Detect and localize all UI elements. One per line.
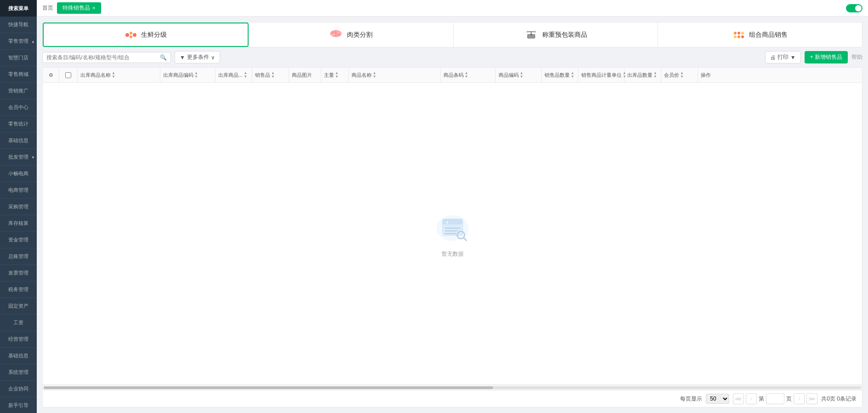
data-table: ⚙ 出库商品名称 ▲▼ 出库商品编码 ▲▼ 出库商品... ▲▼ <box>42 67 862 407</box>
weigh-pack-label: 称重预包装商品 <box>542 31 587 39</box>
print-label: 打印 <box>777 53 789 61</box>
sidebar-item-sys-mgmt[interactable]: 系统管理 <box>0 364 37 381</box>
sidebar-item-invoice[interactable]: 发票管理 <box>0 265 37 281</box>
sort-arrows[interactable]: ▲▼ <box>653 71 657 79</box>
sidebar-item-wages[interactable]: 工资 <box>0 315 37 331</box>
sidebar-item-basic-info[interactable]: 基础信息 <box>0 132 37 149</box>
sidebar-logo[interactable]: 搜索菜单 <box>0 0 37 17</box>
search-icon[interactable]: 🔍 <box>160 54 167 61</box>
sidebar-item-retail-mall[interactable]: 零售商城 <box>0 66 37 83</box>
svg-point-6 <box>337 33 340 36</box>
sidebar-item-retail-stats[interactable]: 零售统计 <box>0 116 37 132</box>
svg-point-17 <box>734 35 737 38</box>
sort-arrows[interactable]: ▲▼ <box>680 71 684 79</box>
sort-arrows[interactable]: ▲▼ <box>244 71 247 79</box>
sidebar-item-members[interactable]: 会员中心 <box>0 99 37 116</box>
search-input[interactable] <box>46 54 160 61</box>
svg-point-5 <box>331 31 335 34</box>
settings-icon[interactable]: ⚙ <box>49 72 53 78</box>
topbar-right <box>846 4 862 12</box>
svg-point-15 <box>738 32 740 34</box>
fresh-grade-label: 生鲜分级 <box>141 31 167 39</box>
topbar: 首页 特殊销售品 ✕ <box>37 0 868 17</box>
tab-meat-cut[interactable]: 肉类分割 <box>249 23 453 47</box>
th-out-goods-code: 出库商品编码 ▲▼ <box>160 68 216 82</box>
filter-icon: ▼ <box>180 54 185 61</box>
sidebar-item-capital[interactable]: 资金管理 <box>0 232 37 248</box>
sort-arrows[interactable]: ▲▼ <box>520 71 523 79</box>
sidebar-item-mini-app[interactable]: 小畅电商 <box>0 166 37 182</box>
select-all-checkbox[interactable] <box>65 72 71 78</box>
toolbar: 🔍 ▼ 更多条件 ∨ 🖨 打印 ▼ + 新增销售品 帮助 <box>42 51 862 63</box>
th-sale-unit: 销售商品计量单位 ▲▼ <box>579 68 624 82</box>
meat-cut-icon <box>329 28 343 41</box>
sidebar-item-fixed-assets[interactable]: 固定资产 <box>0 298 37 315</box>
print-button[interactable]: 🖨 打印 ▼ <box>765 51 801 63</box>
sidebar-item-inventory[interactable]: 库存核算 <box>0 215 37 232</box>
sort-arrows[interactable]: ▲▼ <box>335 71 339 79</box>
print-dropdown-icon: ▼ <box>790 54 796 61</box>
th-out-qty: 出库品数量 ▲▼ <box>624 68 661 82</box>
search-box[interactable]: 🔍 <box>42 52 171 63</box>
add-button[interactable]: + 新增销售品 <box>805 51 848 63</box>
svg-point-12 <box>534 31 536 33</box>
toggle-button[interactable] <box>846 4 862 12</box>
help-button[interactable]: 帮助 <box>851 53 862 61</box>
sidebar-item-promo[interactable]: 营销推广 <box>0 83 37 99</box>
last-page-button[interactable]: ⋙ <box>806 393 817 404</box>
sort-arrows[interactable]: ▲▼ <box>571 71 574 79</box>
filter-arrow-icon: ∨ <box>211 54 215 61</box>
sidebar-item-wholesale-mgmt[interactable]: 批发管理 <box>0 149 37 166</box>
sidebar-item-retail-mgmt[interactable]: 零售管理 <box>0 33 37 50</box>
horizontal-scrollbar[interactable] <box>43 384 862 390</box>
sidebar-item-enterprise[interactable]: 企业协同 <box>0 381 37 397</box>
sidebar-item-tax[interactable]: 税务管理 <box>0 281 37 298</box>
page-nav: ⋘ ‹ 第 1 页 › ⋙ <box>733 393 817 404</box>
first-page-button[interactable]: ⋘ <box>733 393 744 404</box>
sidebar-item-base-info2[interactable]: 基础信息 <box>0 348 37 364</box>
th-goods-name: 商品名称 ▲▼ <box>349 68 441 82</box>
svg-point-16 <box>741 32 744 34</box>
sort-arrows[interactable]: ▲▼ <box>271 71 275 79</box>
svg-point-14 <box>734 32 737 34</box>
sidebar-item-newbie[interactable]: 新手引导 <box>0 397 37 413</box>
th-checkbox[interactable] <box>59 68 78 82</box>
svg-point-13 <box>530 34 532 35</box>
sort-arrows[interactable]: ▲▼ <box>194 71 198 79</box>
active-tab[interactable]: 特殊销售品 ✕ <box>57 2 101 14</box>
main-content: 首页 特殊销售品 ✕ 生鲜分级 <box>37 0 868 413</box>
close-tab-icon[interactable]: ✕ <box>92 6 96 11</box>
tab-combo-sale[interactable]: 组合商品销售 <box>658 23 862 47</box>
th-out-goods-name: 出库商品名称 ▲▼ <box>78 68 160 82</box>
toolbar-right: 🖨 打印 ▼ + 新增销售品 帮助 <box>765 51 862 63</box>
th-main: 主量 ▲▼ <box>321 68 349 82</box>
scrollbar-track <box>44 386 861 389</box>
sort-arrows[interactable]: ▲▼ <box>465 71 468 79</box>
sidebar-item-smart-store[interactable]: 智慧门店 <box>0 50 37 66</box>
scrollbar-thumb[interactable] <box>44 386 493 389</box>
home-breadcrumb[interactable]: 首页 <box>42 4 53 12</box>
sort-arrows[interactable]: ▲▼ <box>112 71 115 79</box>
table-body: ★ 暂无数据 <box>43 83 862 384</box>
svg-point-1 <box>130 32 132 34</box>
page-content: 生鲜分级 肉类分割 <box>37 17 868 413</box>
svg-point-18 <box>738 35 740 38</box>
filter-button[interactable]: ▼ 更多条件 ∨ <box>175 51 220 63</box>
sort-arrows[interactable]: ▲▼ <box>373 71 376 79</box>
page-total-label: 共0页 0条记录 <box>821 395 857 403</box>
active-tab-label: 特殊销售品 <box>62 4 90 12</box>
sidebar-item-quick-nav[interactable]: 快捷导航 <box>0 17 37 33</box>
th-settings[interactable]: ⚙ <box>43 68 59 82</box>
per-page-select[interactable]: 50 10 20 100 <box>706 394 729 404</box>
sidebar-item-ecom-mgmt[interactable]: 电商管理 <box>0 182 37 199</box>
th-out-goods-sku: 出库商品... ▲▼ <box>216 68 252 82</box>
sidebar-item-purchase-mgmt[interactable]: 采购管理 <box>0 199 37 215</box>
tab-weigh-pack[interactable]: 称重预包装商品 <box>454 23 658 47</box>
sidebar-item-ops-mgmt[interactable]: 经营管理 <box>0 331 37 348</box>
prev-page-button[interactable]: ‹ <box>746 393 757 404</box>
sidebar-item-general-ledger[interactable]: 总账管理 <box>0 248 37 265</box>
tab-fresh-grade[interactable]: 生鲜分级 <box>43 23 249 47</box>
next-page-button[interactable]: › <box>794 393 805 404</box>
page-number-input[interactable]: 1 <box>766 393 784 404</box>
page-label-suffix: 页 <box>786 395 792 403</box>
